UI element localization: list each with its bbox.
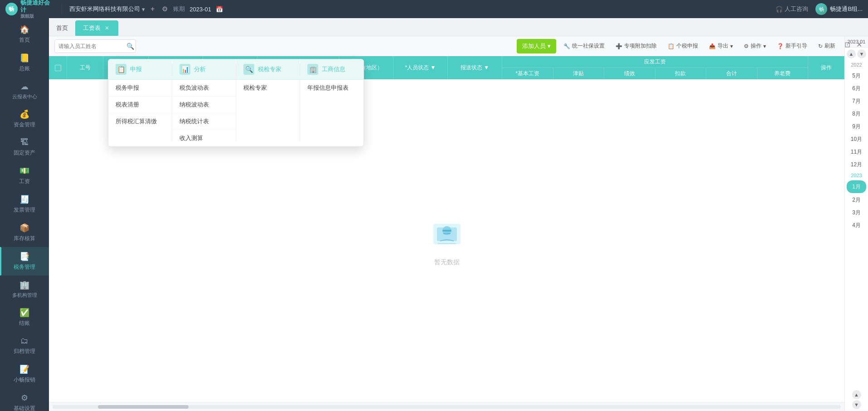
cal-2023-04[interactable]: 4月 <box>845 219 868 232</box>
cal-2023-02[interactable]: 2月 <box>845 193 868 206</box>
th-total: 合计 <box>706 68 757 79</box>
window-restore-btn[interactable]: ⊡ <box>842 39 853 50</box>
social-security-btn[interactable]: 🔧 统一社保设置 <box>560 39 608 53</box>
tax-stats-item[interactable]: 纳税统计表 <box>172 113 236 130</box>
sidebar-label-closing: 结账 <box>19 319 30 327</box>
logo-text: 畅捷通好会计 旗舰版 <box>20 0 54 19</box>
report-filter[interactable]: 报送状态 ▼ <box>461 64 489 72</box>
tax-fluctuation-item[interactable]: 税负波动表 <box>172 80 236 97</box>
sidebar-item-funds[interactable]: 💰 资金管理 <box>0 105 49 133</box>
content-area: 首页 工资表 ✕ 🔍 添加人员 ▾ <box>49 18 868 411</box>
special-deduction-btn[interactable]: ➕ 专项附加扣除 <box>612 39 660 53</box>
period-label: 账期 <box>173 5 185 13</box>
company-dropdown-icon[interactable]: ▾ <box>142 6 145 13</box>
header-checkbox[interactable] <box>55 65 61 71</box>
th-checkbox[interactable] <box>49 56 67 79</box>
cal-2022-07[interactable]: 7月 <box>845 95 868 107</box>
refresh-btn[interactable]: ↻ 刷新 <box>815 39 839 53</box>
tax-declaration-item[interactable]: 税务申报 <box>108 80 172 97</box>
toolbar: 🔍 添加人员 ▾ 🔧 统一社保设置 ➕ 专项附加扣除 <box>49 36 844 56</box>
salary-group-header: 应发工资 *基本工资 津贴 绩效 扣款 合计 养老费 <box>502 56 808 79</box>
tax-payment-item[interactable]: 纳税波动表 <box>172 97 236 113</box>
tab-close-salary[interactable]: ✕ <box>103 24 111 32</box>
svg-rect-4 <box>443 233 451 234</box>
search-input[interactable] <box>58 43 126 49</box>
export-btn[interactable]: 📤 导出 ▾ <box>705 39 737 53</box>
sidebar-item-cloud-report[interactable]: ☁ 云报表中心 <box>0 77 49 105</box>
operation-btn[interactable]: ⚙ 操作 ▾ <box>740 39 770 53</box>
tab-salary[interactable]: 工资表 ✕ <box>75 20 118 36</box>
th-report-status[interactable]: 报送状态 ▼ <box>448 56 502 79</box>
sidebar-item-home[interactable]: 🏠 首页 <box>0 20 49 48</box>
sidebar-item-invoice[interactable]: 🧾 发票管理 <box>0 190 49 218</box>
cal-2022-11[interactable]: 11月 <box>845 145 868 158</box>
window-close-btn[interactable]: ✕ <box>853 39 864 50</box>
search-icon: 🔍 <box>126 43 134 50</box>
tax-expert-item[interactable]: 税检专家 <box>236 80 300 96</box>
sidebar-item-inventory[interactable]: 📦 库存核算 <box>0 218 49 247</box>
calendar-months: 2022 5月 6月 7月 8月 9月 10月 11月 12月 2023 1月 … <box>845 60 868 388</box>
cal-2023-01[interactable]: 1月 <box>847 180 866 193</box>
horizontal-scroll-track[interactable] <box>53 405 841 409</box>
service-label: 人工咨询 <box>785 5 808 13</box>
horizontal-scroll-thumb[interactable] <box>98 405 189 409</box>
company-selector[interactable]: 西安虾米网络科技有限公司 ▾ <box>69 5 145 13</box>
settings-icon[interactable]: ⚙ <box>162 5 168 13</box>
window-controls: ⊡ ✕ <box>838 36 868 53</box>
cal-2023-03[interactable]: 3月 <box>845 206 868 219</box>
sidebar-item-multi-org[interactable]: 🏢 多机构管理 <box>0 276 49 303</box>
guide-btn[interactable]: ❓ 新手引导 <box>773 39 811 53</box>
cal-2022-05[interactable]: 5月 <box>845 69 868 82</box>
declaration-icon: 📋 <box>116 64 126 75</box>
sidebar-label-ledger: 总账 <box>19 65 30 73</box>
analysis-section: 📊 分析 税负波动表 纳税波动表 纳税统计表 收入测算 <box>172 59 236 146</box>
th-pension: 养老费 <box>757 68 808 79</box>
archive-icon: 🗂 <box>20 336 29 346</box>
annual-report-item[interactable]: 年报信息申报表 <box>300 80 364 96</box>
service-btn[interactable]: 🎧 人工咨询 <box>776 5 808 13</box>
social-security-icon: 🔧 <box>563 43 570 49</box>
sidebar-item-tax[interactable]: 📑 税务管理 <box>0 247 49 276</box>
income-calc-item[interactable]: 收入测算 <box>172 130 236 146</box>
calendar-up-btn[interactable]: ▲ <box>852 390 861 399</box>
company-name: 西安虾米网络科技有限公司 <box>69 5 140 13</box>
period-value: 2023-01 <box>189 6 211 13</box>
status-filter[interactable]: *人员状态 ▼ <box>405 64 436 72</box>
sidebar-item-xiao-report[interactable]: 📝 小畅报销 <box>0 360 49 388</box>
sidebar-label-salary: 工资 <box>19 178 30 185</box>
svg-rect-3 <box>442 230 451 232</box>
add-company-btn[interactable]: + <box>150 5 155 13</box>
sidebar-label-multi-org: 多机构管理 <box>12 292 37 299</box>
tax-return-label: 个税申报 <box>676 42 698 50</box>
closing-icon: ✅ <box>19 308 29 318</box>
sidebar-item-ledger[interactable]: 📒 总账 <box>0 48 49 77</box>
calendar-down-btn[interactable]: ▼ <box>852 400 861 409</box>
user-name: 畅捷通B组... <box>830 5 863 13</box>
cal-2022-12[interactable]: 12月 <box>845 158 868 171</box>
tax-return-btn[interactable]: 📋 个税申报 <box>664 39 702 53</box>
cal-2022-06[interactable]: 6月 <box>845 82 868 95</box>
cal-2022-10[interactable]: 10月 <box>845 133 868 145</box>
period-calendar-icon[interactable]: 📅 <box>216 6 223 13</box>
search-box[interactable]: 🔍 <box>54 39 136 53</box>
sidebar-item-salary[interactable]: 💵 工资 <box>0 161 49 190</box>
tax-form-item[interactable]: 税表清册 <box>108 97 172 113</box>
calendar-bottom-nav: ▲ ▼ <box>845 388 868 411</box>
sidebar-item-closing[interactable]: ✅ 结账 <box>0 303 49 332</box>
cal-2022-09[interactable]: 9月 <box>845 120 868 133</box>
cloud-icon: ☁ <box>20 82 29 92</box>
add-person-btn[interactable]: 添加人员 ▾ <box>517 39 556 53</box>
tab-bar: 首页 工资表 ✕ <box>49 18 868 36</box>
user-menu[interactable]: 畅 畅捷通B组... <box>815 3 863 15</box>
sidebar-item-archive[interactable]: 🗂 归档管理 <box>0 332 49 360</box>
sidebar-item-basic-settings[interactable]: ⚙ 基础设置 <box>0 388 49 411</box>
cal-2022-08[interactable]: 8月 <box>845 107 868 120</box>
xiao-report-icon: 📝 <box>19 364 29 374</box>
sidebar-item-fixed-assets[interactable]: 🏗 固定资产 <box>0 133 49 161</box>
tab-home[interactable]: 首页 <box>49 20 75 36</box>
export-arrow: ▾ <box>730 43 733 49</box>
multi-org-icon: 🏢 <box>19 280 29 290</box>
prev-year-label: 2022 <box>845 60 868 69</box>
th-status[interactable]: *人员状态 ▼ <box>393 56 448 79</box>
income-tax-settlement-item[interactable]: 所得税汇算清缴 <box>108 113 172 130</box>
